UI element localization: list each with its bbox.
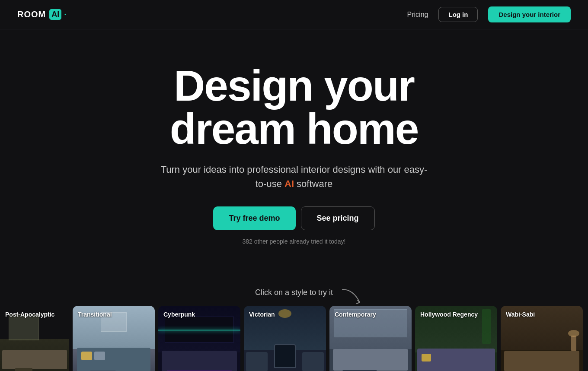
logo-dot: · — [64, 10, 67, 19]
styles-scroll: Post-Apocalyptic Transitional — [0, 306, 588, 371]
hero-social-proof: 382 other people already tried it today! — [243, 238, 346, 245]
hero-section: Design your dream home Turn your ideas i… — [0, 29, 588, 271]
lampshade — [568, 330, 579, 337]
sofa-left — [246, 352, 268, 371]
style-label-transitional: Transitional — [78, 311, 112, 318]
plant — [482, 309, 491, 344]
style-card-cyberpunk[interactable]: Cyberpunk — [158, 306, 240, 371]
tv-glow — [158, 330, 240, 331]
navbar: ROOM AI · Pricing Log in Design your int… — [0, 0, 588, 29]
sofa — [162, 351, 237, 371]
sofa-right — [302, 352, 324, 371]
style-card-victorian[interactable]: Victorian — [244, 306, 326, 371]
hero-title-line2: dream home — [170, 105, 419, 153]
logo-ai-box: AI — [49, 9, 61, 20]
cushion1 — [81, 352, 92, 360]
hero-subtitle: Turn your ideas into professional interi… — [160, 162, 428, 191]
try-free-demo-button[interactable]: Try free demo — [213, 206, 295, 230]
sofa — [333, 349, 408, 371]
chandelier — [278, 309, 291, 318]
style-label-post-apocalyptic: Post-Apocalyptic — [5, 311, 54, 318]
style-card-contemporary[interactable]: Contemporary — [329, 306, 412, 371]
styles-click-label: Click on a style to try it — [255, 288, 333, 297]
style-label-hollywood-regency: Hollywood Regency — [420, 311, 478, 318]
table — [15, 368, 32, 371]
hero-buttons: Try free demo See pricing — [213, 206, 374, 230]
style-label-contemporary: Contemporary — [335, 311, 376, 318]
style-card-hollywood-regency[interactable]: Hollywood Regency — [415, 306, 497, 371]
hero-title: Design your dream home — [170, 64, 419, 150]
style-label-victorian: Victorian — [249, 311, 275, 318]
style-card-wabi-sabi[interactable]: Wabi-Sabi — [501, 306, 583, 371]
design-your-interior-button[interactable]: Design your interior — [488, 6, 571, 22]
sofa — [504, 351, 579, 371]
nav-pricing-link[interactable]: Pricing — [407, 11, 428, 19]
lamp — [571, 336, 576, 351]
styles-section: Click on a style to try it Post-Apocalyp… — [0, 271, 588, 371]
style-card-transitional[interactable]: Transitional — [73, 306, 155, 371]
hero-subtitle-text-after: software — [294, 178, 332, 189]
cushion2 — [94, 352, 105, 360]
login-button[interactable]: Log in — [438, 7, 478, 22]
style-label-cyberpunk: Cyberpunk — [163, 311, 195, 318]
style-label-wabi-sabi: Wabi-Sabi — [506, 311, 535, 318]
logo-text: ROOM — [17, 10, 46, 19]
window — [9, 314, 39, 340]
hero-title-line1: Design your — [174, 61, 414, 110]
see-pricing-button[interactable]: See pricing — [301, 206, 375, 230]
nav-right: Pricing Log in Design your interior — [407, 6, 571, 22]
hero-ai-word: AI — [284, 178, 294, 189]
sofa — [2, 350, 67, 369]
style-card-post-apocalyptic[interactable]: Post-Apocalyptic — [0, 306, 69, 371]
logo: ROOM AI · — [17, 9, 67, 20]
cushion — [422, 354, 431, 361]
fireplace — [274, 344, 296, 368]
